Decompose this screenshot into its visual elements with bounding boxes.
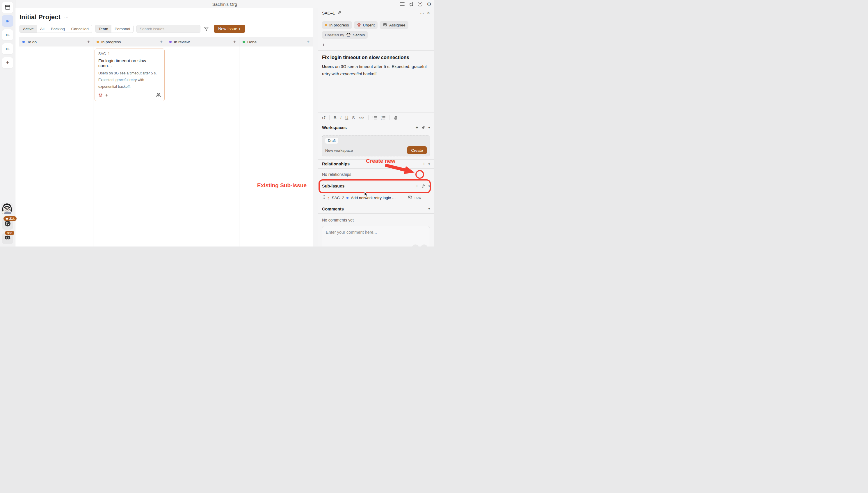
sub-issue-title: Add network retry logic …	[351, 196, 405, 200]
editor-toolbar: ↺ B I U S </> 1 2	[318, 112, 434, 123]
issue-detail-panel: SAC–1 ⋯ × In progress	[318, 8, 434, 246]
high-priority-icon: ↑	[327, 195, 330, 200]
add-card-icon[interactable]: +	[233, 39, 236, 44]
help-icon[interactable]: ?	[417, 1, 423, 7]
card-id: SAC–1	[98, 52, 161, 56]
bold-icon[interactable]: B	[333, 115, 336, 120]
status-dot	[325, 24, 327, 26]
sub-issue-timestamp: now	[414, 196, 421, 200]
numbered-list-icon[interactable]: 1 2	[381, 116, 386, 120]
workspace-switcher-button[interactable]	[2, 2, 13, 13]
kanban-board: To do + In progress + SAC–1 Fix login ti…	[19, 37, 313, 246]
add-card-icon[interactable]: +	[87, 39, 90, 44]
underline-icon[interactable]: U	[345, 115, 348, 120]
discord-members-count: 330	[7, 231, 12, 235]
annotation-box	[318, 179, 431, 193]
create-workspace-button[interactable]: Create	[407, 146, 427, 154]
panel-menu-button[interactable]: ⋯	[420, 11, 425, 16]
status-chip[interactable]: In progress	[322, 21, 352, 29]
annotation-circle	[415, 170, 424, 179]
status-dot-todo	[22, 41, 25, 43]
user-avatar[interactable]	[1, 202, 13, 214]
sidebar-item-initial-project[interactable]: IP	[2, 15, 13, 27]
search-input[interactable]	[137, 25, 201, 33]
column-done: Done +	[240, 37, 313, 246]
sub-issue-assignee-icon[interactable]	[408, 195, 412, 200]
assignee-icon[interactable]	[156, 93, 161, 98]
svg-text:1: 1	[381, 116, 382, 117]
menu-icon[interactable]	[399, 1, 405, 7]
italic-icon[interactable]: I	[340, 115, 342, 120]
tab-active[interactable]: Active	[20, 25, 37, 33]
sub-issue-menu-icon[interactable]: ⋯	[423, 196, 428, 200]
sidebar-item-team-2[interactable]: TE	[2, 43, 13, 55]
sub-issue-row[interactable]: ↑ SAC–2 Add network retry logic … now ⋯	[320, 193, 430, 202]
issue-card-sac-1[interactable]: SAC–1 Fix login timeout on slow conn… Us…	[95, 48, 165, 101]
settings-icon[interactable]: ⚙	[427, 1, 432, 7]
urgent-priority-icon[interactable]	[98, 92, 103, 98]
creator-avatar	[346, 33, 351, 37]
sub-issue-id: SAC–2	[332, 196, 345, 200]
assignee-icon	[383, 23, 387, 28]
assignee-chip[interactable]: Assignee	[379, 21, 408, 29]
column-in-review-header: In review +	[166, 37, 239, 46]
tab-team[interactable]: Team	[96, 25, 111, 33]
layout-icon	[4, 4, 11, 11]
send-comment-icon[interactable]	[421, 244, 428, 246]
sidebar-item-team-1[interactable]: TE	[2, 29, 13, 41]
github-stars-badge: ★ 21k	[3, 216, 17, 221]
attach-comment-icon[interactable]	[412, 244, 419, 246]
sub-issue-status-dot	[347, 197, 349, 199]
card-description: Users on 3G see a timeout after 5 s. Exp…	[98, 70, 161, 90]
collapse-comments-icon[interactable]: ▾	[428, 207, 430, 211]
strikethrough-icon[interactable]: S	[352, 115, 355, 120]
column-name: Done	[247, 40, 305, 44]
drag-handle-icon[interactable]	[323, 195, 325, 200]
copy-link-icon[interactable]	[337, 10, 342, 16]
attach-icon[interactable]	[393, 115, 398, 120]
tab-backlog[interactable]: Backlog	[48, 25, 68, 33]
code-icon[interactable]: </>	[359, 116, 365, 120]
workspace-name[interactable]: New workspace	[325, 148, 407, 153]
collapse-relationships-icon[interactable]: ▾	[428, 162, 430, 166]
github-stars-count: 21k	[9, 217, 15, 220]
undo-icon[interactable]: ↺	[322, 115, 326, 121]
status-dot-in-review	[169, 41, 172, 43]
close-panel-icon[interactable]: ×	[427, 10, 430, 16]
filter-icon[interactable]	[204, 26, 209, 31]
add-workspace-icon[interactable]: +	[416, 125, 418, 130]
add-label-icon[interactable]: +	[105, 93, 108, 98]
issue-description[interactable]: Users on 3G see a timeout after 5 s. Exp…	[318, 60, 434, 91]
project-menu-button[interactable]: ⋯	[64, 15, 69, 20]
annotation-arrow	[384, 162, 419, 178]
status-dot-in-progress	[97, 41, 99, 43]
comment-input[interactable]	[322, 226, 430, 246]
link-workspace-icon[interactable]	[421, 126, 425, 130]
workspaces-section-header: Workspaces + ▾	[318, 123, 434, 132]
issue-title[interactable]: Fix login timeout on slow connections	[318, 50, 434, 60]
priority-chip[interactable]: Urgent	[354, 21, 378, 29]
scope-filter-tabs: Team Personal	[95, 25, 133, 33]
add-attribute-button[interactable]: +	[322, 42, 328, 48]
new-issue-button[interactable]: New Issue +	[214, 25, 245, 33]
add-relationship-icon[interactable]: +	[423, 161, 426, 167]
column-name: In review	[174, 40, 231, 44]
created-by-chip[interactable]: Created by Sachin	[322, 31, 368, 39]
star-icon: ★	[5, 217, 8, 221]
tab-cancelled[interactable]: Cancelled	[68, 25, 92, 33]
collapse-workspaces-icon[interactable]: ▾	[428, 126, 430, 130]
comments-section-header: Comments ▾	[318, 205, 434, 214]
issue-id: SAC–1	[322, 11, 335, 16]
status-filter-tabs: Active All Backlog Cancelled	[20, 25, 92, 33]
add-card-icon[interactable]: +	[307, 39, 310, 44]
bullet-list-icon[interactable]	[372, 116, 377, 120]
tab-all[interactable]: All	[37, 25, 48, 33]
add-card-icon[interactable]: +	[160, 39, 163, 44]
tab-personal[interactable]: Personal	[111, 25, 133, 33]
sidebar-item-label: IP	[6, 19, 9, 23]
announcements-icon[interactable]	[408, 1, 414, 7]
sidebar-item-label: TE	[5, 47, 10, 51]
discord-members-badge: 330	[5, 231, 14, 235]
add-workspace-button[interactable]: +	[2, 57, 13, 69]
project-title: Initial Project	[20, 13, 61, 21]
